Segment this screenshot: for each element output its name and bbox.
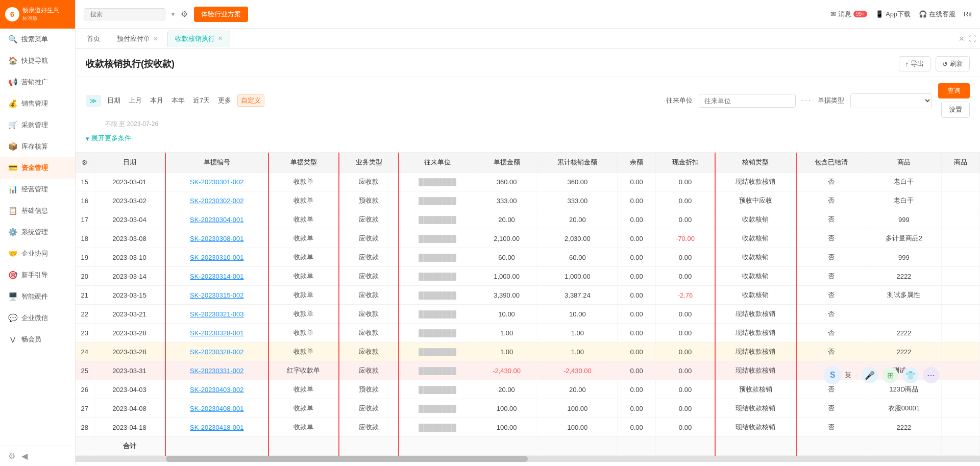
- sidebar-item-guide[interactable]: 🎯 新手引导: [0, 264, 75, 286]
- filter-this-month[interactable]: 本月: [148, 95, 165, 106]
- topbar-gear-icon[interactable]: ⚙: [181, 9, 188, 19]
- filter-date-range-text: 不限 至 2023-07-26: [105, 120, 158, 129]
- cell-counterpart: ████████: [399, 173, 476, 191]
- query-button[interactable]: 查询: [938, 83, 970, 99]
- topbar-right-section: ✉ 消息 99+ 📱 App下载 🎧 在线客服 Rit: [830, 10, 972, 19]
- bill-no-link[interactable]: SK-20230304-001: [190, 216, 244, 224]
- guide-icon: 🎯: [8, 271, 17, 280]
- cell-cumulative: 1.00: [537, 324, 618, 342]
- tab-prepay-close-icon[interactable]: ✕: [153, 36, 158, 42]
- tab-home[interactable]: 首页: [80, 31, 107, 46]
- filter-more-dates[interactable]: 更多: [216, 95, 233, 106]
- cell-product1: 老白干: [866, 191, 942, 210]
- settings-footer-icon[interactable]: ⚙: [8, 451, 15, 461]
- filter-receipt-type-label: 单据类型: [818, 96, 844, 105]
- cell-biz-type: 应收款: [339, 173, 399, 191]
- cell-bill-no: SK-20230321-003: [165, 305, 268, 324]
- cell-included: 否: [796, 286, 866, 305]
- sidebar-label-member: 畅会员: [21, 335, 41, 344]
- filter-this-year[interactable]: 本年: [169, 95, 187, 106]
- collapse-icon[interactable]: ◀: [21, 451, 28, 461]
- tab-collection[interactable]: 收款核销执行 ✕: [167, 31, 230, 47]
- sidebar-item-inventory[interactable]: 📦 库存核算: [0, 136, 75, 157]
- cell-product1: 2222: [866, 324, 942, 342]
- export-button[interactable]: ↑ 导出: [899, 56, 931, 71]
- shirt-icon[interactable]: 👕: [902, 367, 919, 383]
- sidebar-item-sales[interactable]: 💰 销售管理: [0, 93, 75, 114]
- bill-no-link[interactable]: SK-20230408-001: [190, 405, 244, 412]
- cell-counterpart: ████████: [399, 305, 476, 324]
- sidebar-item-wechat[interactable]: 💬 企业微信: [0, 307, 75, 329]
- bill-no-link[interactable]: SK-20230403-002: [190, 386, 244, 394]
- refresh-button[interactable]: ↺ 刷新: [936, 56, 970, 71]
- mobile-icon: 📱: [875, 10, 884, 18]
- cell-bill-type: 收款单: [268, 399, 339, 418]
- filter-settings-button[interactable]: 设置: [941, 102, 970, 118]
- messages-item[interactable]: ✉ 消息 99+: [830, 10, 867, 19]
- menu-icon[interactable]: ⋯: [923, 367, 939, 383]
- mic-icon[interactable]: 🎤: [862, 367, 878, 383]
- sidebar-item-basic[interactable]: 📋 基础信息: [0, 200, 75, 222]
- th-settings[interactable]: ⚙: [76, 153, 94, 173]
- online-service-item[interactable]: 🎧 在线客服: [919, 10, 955, 19]
- sidebar-item-hardware[interactable]: 🖥️ 智能硬件: [0, 286, 75, 307]
- bill-no-link[interactable]: SK-20230331-002: [190, 367, 244, 375]
- filter-counterpart-input[interactable]: [699, 94, 796, 108]
- filter-custom-date[interactable]: 自定义: [237, 94, 264, 107]
- filter-receipt-type-select[interactable]: [850, 93, 932, 108]
- bill-no-link[interactable]: SK-20230315-002: [190, 291, 244, 299]
- cell-balance: 0.00: [618, 324, 656, 342]
- cell-balance: 0.00: [618, 286, 656, 305]
- topbar: ▾ ⚙ 体验行业方案 ✉ 消息 99+ 📱 App下载 🎧 在线客服 Rit: [76, 0, 980, 29]
- sidebar-label-quicknav: 快捷导航: [21, 56, 48, 65]
- sidebar-item-operations[interactable]: 📊 经营管理: [0, 179, 75, 200]
- app-download-item[interactable]: 📱 App下载: [875, 10, 911, 19]
- cell-no: 24: [76, 342, 94, 361]
- column-settings-icon[interactable]: ⚙: [82, 159, 88, 166]
- cell-bill-no: SK-20230302-002: [165, 191, 268, 210]
- sidebar-item-system[interactable]: ⚙️ 系统管理: [0, 222, 75, 243]
- bill-no-link[interactable]: SK-20230418-001: [190, 424, 244, 431]
- industry-solution-button[interactable]: 体验行业方案: [194, 7, 248, 22]
- tab-collection-close-icon[interactable]: ✕: [218, 35, 223, 42]
- bill-no-link[interactable]: SK-20230328-001: [190, 329, 244, 337]
- cell-no: 21: [76, 286, 94, 305]
- sidebar-item-finance[interactable]: 💳 资金管理: [0, 157, 75, 179]
- bill-no-link[interactable]: SK-20230301-002: [190, 178, 244, 186]
- tab-prepay[interactable]: 预付应付单 ✕: [109, 31, 165, 46]
- cell-biz-type: 应收款: [339, 229, 399, 248]
- bill-no-link[interactable]: SK-20230321-003: [190, 310, 244, 318]
- bill-no-link[interactable]: SK-20230302-002: [190, 197, 244, 205]
- cell-write-off-type: 现结收款核销: [715, 418, 796, 437]
- tab-close-all-icon[interactable]: ✕: [959, 35, 965, 43]
- cell-bill-no: SK-20230308-001: [165, 229, 268, 248]
- cell-date: 2023-03-28: [94, 324, 165, 342]
- cell-date: 2023-04-03: [94, 380, 165, 399]
- sidebar-item-search[interactable]: 🔍 搜索菜单: [0, 29, 75, 50]
- bill-no-link[interactable]: SK-20230314-001: [190, 273, 244, 280]
- filter-last-7-days[interactable]: 近7天: [191, 95, 212, 106]
- sidebar-item-quicknav[interactable]: 🏠 快捷导航: [0, 50, 75, 71]
- main-area: ▾ ⚙ 体验行业方案 ✉ 消息 99+ 📱 App下载 🎧 在线客服 Rit 首…: [76, 0, 980, 466]
- sidebar-item-member[interactable]: V 畅会员: [0, 329, 75, 350]
- bill-no-link[interactable]: SK-20230328-002: [190, 348, 244, 356]
- cell-counterpart: ████████: [399, 248, 476, 267]
- filter-last-month[interactable]: 上月: [127, 95, 144, 106]
- filter-expand-button[interactable]: ▾ 展开更多条件: [86, 131, 970, 146]
- horizontal-scrollbar[interactable]: [76, 456, 980, 462]
- tab-maximize-icon[interactable]: ⛶: [969, 35, 976, 43]
- cell-biz-type: 预收款: [339, 380, 399, 399]
- bill-no-link[interactable]: SK-20230310-001: [190, 254, 244, 261]
- cell-write-off-type: 收款核销: [715, 286, 796, 305]
- cell-bill-type: 收款单: [268, 210, 339, 229]
- topbar-search-input[interactable]: [84, 8, 165, 20]
- filter-toggle-button[interactable]: ≫: [86, 95, 101, 107]
- th-discount: 现金折扣: [655, 153, 715, 173]
- sidebar-item-marketing[interactable]: 📢 营销推广: [0, 71, 75, 93]
- sidebar-item-enterprise[interactable]: 🤝 企业协同: [0, 243, 75, 264]
- bill-no-link[interactable]: SK-20230308-001: [190, 235, 244, 242]
- sidebar-item-purchase[interactable]: 🛒 采购管理: [0, 114, 75, 136]
- username-item[interactable]: Rit: [964, 10, 972, 18]
- grid-icon[interactable]: ⊞: [882, 367, 898, 383]
- cell-discount: 0.00: [655, 173, 715, 191]
